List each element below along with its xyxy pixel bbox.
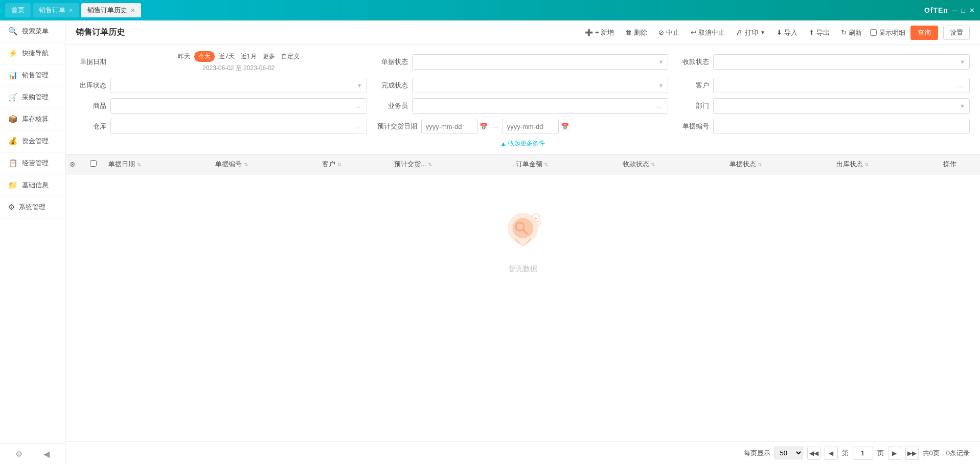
toolbar-refresh-btn[interactable]: ↻ 刷新 (838, 26, 865, 39)
page-number-input[interactable] (853, 447, 873, 460)
delivery-date-from-input[interactable] (421, 119, 477, 134)
select-all-checkbox[interactable] (90, 160, 97, 167)
tab-sales-order-history[interactable]: 销售订单历史 ✕ (81, 3, 141, 17)
toolbar-print-btn[interactable]: 🖨 打印 ▼ (733, 26, 768, 39)
delivery-status-sort-icon: ⇅ (864, 162, 869, 167)
window-minimize[interactable]: ─ (952, 7, 957, 14)
filter-order-status-select[interactable]: ▼ (412, 54, 669, 70)
display-detail-checkbox[interactable] (870, 29, 877, 36)
date-tab-1month[interactable]: 近1月 (239, 51, 259, 62)
filter-date-control: 昨天 今天 近7天 近1月 更多 自定义 2023-06-02 至 2023-0… (110, 51, 367, 73)
display-detail-checkbox-wrap[interactable]: 显示明细 (870, 28, 905, 37)
filter-warehouse-item: 仓库 ... (76, 119, 367, 134)
cancel-stop-icon: ↩ (691, 29, 696, 36)
th-delivery-date-label: 预计交货... (394, 160, 426, 168)
sidebar-item-operations-mgmt[interactable]: 📋 经营管理 (0, 152, 65, 174)
sidebar-item-inventory-calc[interactable]: 📦 库存核算 (0, 108, 65, 130)
tab-sales-order-close[interactable]: ✕ (69, 7, 73, 14)
sidebar-item-sales-mgmt[interactable]: 📊 销售管理 (0, 64, 65, 86)
salesperson-more-icon[interactable]: ... (654, 102, 664, 109)
calendar-to-icon[interactable]: 📅 (561, 123, 569, 130)
th-customer[interactable]: 客户 ⇅ (318, 154, 390, 174)
filter-delivery-status-select[interactable]: ▼ (110, 78, 367, 93)
empty-text: 暂无数据 (509, 264, 537, 274)
tab-sales-order-history-close[interactable]: ✕ (130, 7, 135, 14)
toolbar-delete-label: 删除 (634, 28, 647, 37)
print-icon: 🖨 (736, 29, 743, 36)
filter-delivery-status-item: 出库状态 ▼ (76, 78, 367, 93)
filter-order-number-input[interactable] (713, 119, 970, 134)
prev-page-btn[interactable]: ◀ (825, 447, 838, 460)
sidebar-item-quick-nav[interactable]: ⚡ 快捷导航 (0, 42, 65, 64)
filter-collapse-row[interactable]: ▲ 收起更多条件 (76, 139, 970, 148)
date-tab-yesterday[interactable]: 昨天 (176, 51, 192, 62)
page-header: 销售订单历史 ➕ + 新增 🗑 删除 ⊘ 中止 ↩ 取消中止 (65, 20, 980, 45)
filter-payment-status-label: 收款状态 (678, 57, 709, 67)
date-tab-custom[interactable]: 自定义 (279, 51, 302, 62)
th-payment-status[interactable]: 收款状态 ⇅ (619, 154, 725, 174)
product-more-icon[interactable]: ... (353, 102, 362, 109)
th-number[interactable]: 单据编号 ⇅ (211, 154, 318, 174)
th-gear[interactable]: ⚙ (65, 154, 86, 174)
sidebar-item-inventory-calc-label: 库存核算 (22, 115, 49, 124)
date-sort-icon: ⇅ (137, 162, 141, 167)
tab-sales-order-label: 销售订单 (39, 6, 65, 15)
stop-icon: ⊘ (658, 29, 664, 36)
setting-button[interactable]: 设置 (943, 26, 970, 40)
th-delivery-status[interactable]: 出库状态 ⇅ (832, 154, 939, 174)
toolbar-stop-btn[interactable]: ⊘ 中止 (655, 26, 682, 39)
window-close[interactable]: ✕ (969, 7, 975, 14)
th-checkbox (86, 154, 104, 174)
toolbar-delete-btn[interactable]: 🗑 删除 (622, 26, 650, 39)
date-tab-today[interactable]: 今天 (194, 51, 215, 62)
th-order-status[interactable]: 单据状态 ⇅ (725, 154, 832, 174)
filter-completion-status-item: 完成状态 ▼ (377, 78, 669, 93)
th-amount[interactable]: 订单金额 ⇅ (512, 154, 619, 174)
filter-payment-status-select[interactable]: ▼ (713, 54, 970, 70)
sidebar-collapse-btn[interactable]: ◀ (43, 449, 50, 459)
page-size-select[interactable]: 50 10 20 100 (774, 447, 803, 459)
sidebar-item-system-mgmt[interactable]: ⚙ 系统管理 (0, 196, 65, 218)
content-area: 销售订单历史 ➕ + 新增 🗑 删除 ⊘ 中止 ↩ 取消中止 (65, 20, 980, 464)
filter-order-number-item: 单据编号 (678, 119, 970, 134)
next-page-btn[interactable]: ▶ (888, 447, 901, 460)
delivery-date-to-input[interactable] (503, 119, 559, 134)
th-delivery-date[interactable]: 预计交货... ⇅ (390, 154, 512, 174)
toolbar-new-btn[interactable]: ➕ + 新增 (582, 26, 617, 39)
th-ops: 操作 (939, 154, 980, 174)
sidebar-settings-btn[interactable]: ⚙ (15, 449, 22, 459)
sidebar-item-capital-mgmt[interactable]: 💰 资金管理 (0, 130, 65, 152)
customer-more-icon[interactable]: ... (956, 82, 965, 89)
sidebar-item-search-menu[interactable]: 🔍 搜索菜单 (0, 20, 65, 42)
tab-sales-order[interactable]: 销售订单 ✕ (33, 3, 79, 17)
tab-home[interactable]: 首页 (5, 3, 31, 17)
toolbar-cancel-stop-btn[interactable]: ↩ 取消中止 (688, 26, 728, 39)
sidebar-item-capital-mgmt-label: 资金管理 (22, 137, 49, 146)
query-button[interactable]: 查询 (910, 26, 938, 40)
first-page-btn[interactable]: ◀◀ (807, 447, 821, 460)
warehouse-more-icon[interactable]: ... (353, 123, 362, 130)
number-sort-icon: ⇅ (244, 162, 248, 167)
sidebar-item-purchase-mgmt[interactable]: 🛒 采购管理 (0, 86, 65, 108)
sidebar-item-basic-info[interactable]: 📁 基础信息 (0, 174, 65, 196)
th-date[interactable]: 单据日期 ⇅ (104, 154, 211, 174)
date-tab-more[interactable]: 更多 (261, 51, 277, 62)
export-icon: ⬆ (809, 29, 814, 36)
pagination-bar: 每页显示 50 10 20 100 ◀◀ ◀ 第 页 ▶ ▶▶ 共0页，0条记录 (65, 441, 980, 464)
filter-department-select[interactable]: ▼ (713, 98, 970, 114)
calendar-from-icon[interactable]: 📅 (480, 123, 488, 130)
window-maximize[interactable]: □ (961, 7, 965, 14)
last-page-btn[interactable]: ▶▶ (905, 447, 919, 460)
toolbar-import-btn[interactable]: ⬇ 导入 (773, 26, 801, 39)
date-tab-7days[interactable]: 近7天 (217, 51, 237, 62)
import-icon: ⬇ (777, 29, 782, 36)
purchase-mgmt-icon: 🛒 (8, 93, 18, 102)
delivery-date-sort-icon: ⇅ (428, 162, 432, 167)
filter-completion-status-select[interactable]: ▼ (412, 78, 669, 93)
toolbar-export-btn[interactable]: ⬆ 导出 (806, 26, 833, 39)
filter-warehouse-control: ... (110, 119, 367, 134)
table-area: ⚙ 单据日期 ⇅ 单据编号 ⇅ 客户 (65, 154, 980, 441)
sidebar-item-quick-nav-label: 快捷导航 (22, 49, 49, 58)
filter-product-control: ... (110, 98, 367, 114)
collapse-label: 收起更多条件 (508, 139, 545, 148)
